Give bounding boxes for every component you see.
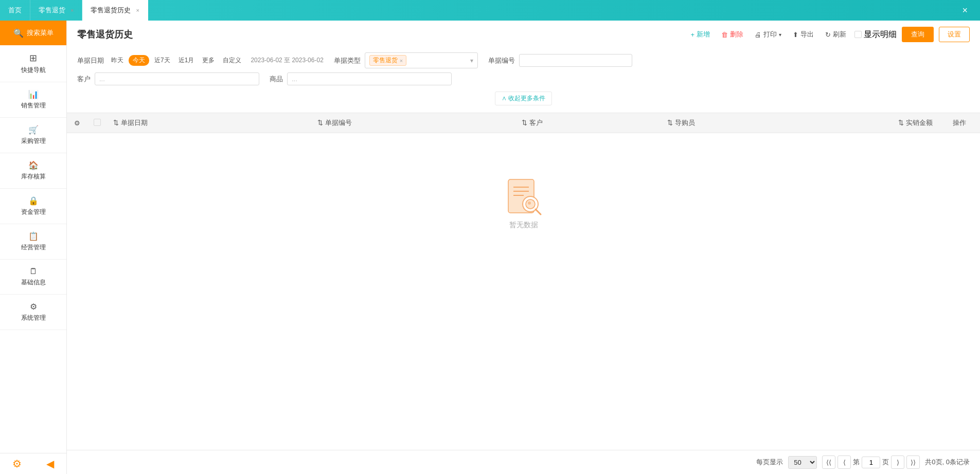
sidebar-item-inventory[interactable]: 🏠 库存核算 <box>0 153 66 189</box>
settings-gear-icon[interactable]: ⚙ <box>74 119 80 127</box>
sidebar-item-finance[interactable]: 🔒 资金管理 <box>0 189 66 224</box>
sidebar-item-purchase-mgmt-label: 采购管理 <box>21 137 46 145</box>
sales-mgmt-icon: 📊 <box>28 89 39 99</box>
customer-select[interactable]: ... <box>95 72 259 85</box>
th-amount: ⇅ 实销金额 <box>836 113 939 133</box>
tab-retail-return-close[interactable]: × <box>70 7 74 13</box>
refresh-icon: ↻ <box>825 31 831 39</box>
export-label: 导出 <box>800 30 814 39</box>
th-bill-no-label: ⇅ 单据编号 <box>317 119 352 126</box>
tab-retail-return-history[interactable]: 零售退货历史 × <box>82 0 148 21</box>
date-btn-more[interactable]: 更多 <box>199 55 218 66</box>
customer-label: 客户 <box>77 75 91 84</box>
sidebar-settings-icon[interactable]: ⚙ <box>12 458 22 470</box>
sidebar-item-operation[interactable]: 📋 经营管理 <box>0 224 66 260</box>
svg-line-6 <box>536 209 541 214</box>
sidebar-item-system[interactable]: ⚙ 系统管理 <box>0 295 66 330</box>
table-container: ⚙ ⇅ 单据日期 ⇅ 单据编号 ⇅ 客户 <box>67 113 980 450</box>
filter-bill-no: 单据编号 <box>488 54 632 67</box>
select-all-checkbox[interactable] <box>94 119 101 126</box>
sidebar-menu: ⊞ 快捷导航 📊 销售管理 🛒 采购管理 🏠 库存核算 🔒 资金管理 📋 <box>0 45 66 453</box>
th-customer-label: ⇅ 客户 <box>522 119 543 126</box>
empty-icon <box>501 174 547 221</box>
prev-page-button[interactable]: ⟨ <box>838 455 851 469</box>
date-btn-today[interactable]: 今天 <box>129 55 149 66</box>
settings-button[interactable]: 设置 <box>939 27 970 42</box>
basic-info-icon: 🗒 <box>29 267 38 276</box>
date-btn-custom[interactable]: 自定义 <box>220 55 244 66</box>
page-input[interactable] <box>862 457 880 468</box>
operation-icon: 📋 <box>28 231 39 241</box>
bill-type-select[interactable]: 零售退货 × ▾ <box>365 52 478 68</box>
sidebar-item-inventory-label: 库存核算 <box>21 172 46 181</box>
sidebar-bottom: ⚙ ◀ <box>0 453 66 474</box>
print-button[interactable]: 🖨 打印 ▾ <box>752 28 785 41</box>
th-bill-date: ⇅ 单据日期 <box>107 113 311 133</box>
goods-select[interactable]: ... <box>287 72 452 85</box>
quick-nav-icon: ⊞ <box>29 52 37 64</box>
page-nav: ⟨⟨ ⟨ 第 页 ⟩ ⟩⟩ <box>822 455 920 469</box>
tab-retail-return-label: 零售退货 <box>39 6 65 15</box>
date-btn-last7[interactable]: 近7天 <box>151 55 173 66</box>
toolbar: + 新增 🗑 删除 🖨 打印 ▾ ⬆ 导出 <box>687 27 970 42</box>
print-icon: 🖨 <box>755 31 761 39</box>
purchase-mgmt-icon: 🛒 <box>28 125 39 135</box>
data-table: ⚙ ⇅ 单据日期 ⇅ 单据编号 ⇅ 客户 <box>67 113 980 133</box>
tab-retail-return-history-close[interactable]: × <box>136 7 139 13</box>
new-label: 新增 <box>697 30 710 39</box>
sidebar-item-sales-mgmt[interactable]: 📊 销售管理 <box>0 82 66 118</box>
sidebar-audio-icon[interactable]: ◀ <box>46 458 54 470</box>
export-button[interactable]: ⬆ 导出 <box>790 28 817 41</box>
date-btn-yesterday[interactable]: 昨天 <box>108 55 127 66</box>
bill-type-dropdown-icon: ▾ <box>470 57 473 64</box>
refresh-label: 刷新 <box>833 30 846 39</box>
export-icon: ⬆ <box>793 31 798 39</box>
sidebar-search[interactable]: 🔍 搜索菜单 <box>0 21 66 45</box>
window-close-button[interactable]: × <box>958 3 972 18</box>
per-page-select[interactable]: 50 10 20 100 <box>788 456 817 469</box>
sidebar-item-quick-nav[interactable]: ⊞ 快捷导航 <box>0 45 66 82</box>
refresh-button[interactable]: ↻ 刷新 <box>822 28 849 41</box>
th-customer: ⇅ 客户 <box>515 113 661 133</box>
empty-text: 暂无数据 <box>509 221 538 230</box>
next-page-button[interactable]: ⟩ <box>891 455 904 469</box>
svg-point-7 <box>528 202 531 205</box>
page-header: 零售退货历史 + 新增 🗑 删除 🖨 打印 ▾ <box>67 21 980 113</box>
bill-no-input[interactable] <box>519 54 632 67</box>
new-button[interactable]: + 新增 <box>687 28 713 41</box>
query-button[interactable]: 查询 <box>902 27 934 42</box>
sidebar-search-label: 搜索菜单 <box>27 28 54 38</box>
first-page-button[interactable]: ⟨⟨ <box>822 455 835 469</box>
th-amount-label: ⇅ 实销金额 <box>898 119 933 126</box>
sidebar-item-sales-mgmt-label: 销售管理 <box>21 101 46 110</box>
system-icon: ⚙ <box>30 302 37 312</box>
delete-button[interactable]: 🗑 删除 <box>718 28 746 41</box>
print-label: 打印 <box>763 30 777 39</box>
th-checkbox[interactable] <box>87 113 107 133</box>
th-settings[interactable]: ⚙ <box>67 113 87 133</box>
customer-placeholder: ... <box>99 75 105 83</box>
total-text: 共0页, 0条记录 <box>925 458 970 467</box>
bill-type-chip-remove[interactable]: × <box>400 58 403 64</box>
sidebar-item-basic-info[interactable]: 🗒 基础信息 <box>0 260 66 295</box>
collapse-filter-button[interactable]: ∧ 收起更多条件 <box>495 92 552 105</box>
inventory-icon: 🏠 <box>28 160 39 170</box>
tab-home-label: 首页 <box>8 6 22 15</box>
bill-type-label: 单据类型 <box>334 56 361 65</box>
goods-placeholder: ... <box>292 75 297 83</box>
page-label: 第 <box>853 458 860 467</box>
th-bill-no: ⇅ 单据编号 <box>311 113 515 133</box>
bill-date-label: 单据日期 <box>77 56 104 65</box>
sidebar-item-purchase-mgmt[interactable]: 🛒 采购管理 <box>0 118 66 153</box>
tab-retail-return[interactable]: 零售退货 × <box>30 0 82 21</box>
date-btn-last-month[interactable]: 近1月 <box>175 55 198 66</box>
last-page-button[interactable]: ⟩⟩ <box>906 455 920 469</box>
search-icon: 🔍 <box>13 28 24 38</box>
bill-type-chip-text: 零售退货 <box>373 56 398 65</box>
finance-icon: 🔒 <box>28 196 39 206</box>
new-icon: + <box>690 31 694 39</box>
tab-home[interactable]: 首页 <box>0 0 30 21</box>
show-detail-checkbox[interactable] <box>854 31 862 38</box>
filter-area: 单据日期 昨天 今天 近7天 近1月 更多 自定义 2023-06-02 至 2… <box>77 47 970 113</box>
page-title: 零售退货历史 <box>77 28 133 41</box>
